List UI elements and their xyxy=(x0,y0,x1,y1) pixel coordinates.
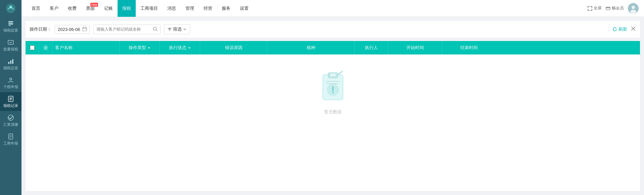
sidebar: 报税设置 批量报税 报税总览 个税申报 xyxy=(0,0,22,195)
svg-point-1 xyxy=(9,6,12,8)
nav-item-accounting[interactable]: 记账 xyxy=(99,0,118,17)
nav-item-home[interactable]: 首页 xyxy=(27,0,45,17)
nav-item-service[interactable]: 服务 xyxy=(217,0,235,17)
sidebar-item-gongshang-nianbao[interactable]: 工商年报 xyxy=(0,130,22,149)
filter-icon xyxy=(168,27,172,31)
svg-line-28 xyxy=(156,30,157,31)
nav-item-message[interactable]: 消息 xyxy=(163,0,181,17)
th-error-reason: 错误原因 xyxy=(200,41,267,54)
table-body: 暂无数据 xyxy=(26,54,640,191)
th-tax-type: 税种 xyxy=(267,41,355,54)
sidebar-item-label-piliang: 批量报税 xyxy=(3,47,18,51)
chevron-down-icon xyxy=(183,28,186,31)
batch-icon xyxy=(7,39,14,46)
svg-point-22 xyxy=(630,10,636,14)
fullscreen-icon xyxy=(588,6,592,11)
topnav-right: 全屏 畅会员 xyxy=(588,3,639,14)
search-input[interactable] xyxy=(94,25,150,33)
sidebar-item-label-zongjia: 报税总览 xyxy=(3,66,18,70)
sidebar-item-baoshui-jilu[interactable]: 报税记录 xyxy=(0,92,22,111)
sidebar-item-label-nianbao: 工商年报 xyxy=(3,141,18,146)
avatar[interactable] xyxy=(628,3,639,14)
svg-point-38 xyxy=(332,92,334,93)
svg-rect-3 xyxy=(8,23,13,25)
nav-item-settings[interactable]: 设置 xyxy=(235,0,253,17)
close-icon xyxy=(631,26,636,31)
th-executor: 执行人 xyxy=(355,41,388,54)
close-button[interactable] xyxy=(631,26,636,33)
overview-icon xyxy=(7,57,14,65)
search-icon xyxy=(153,27,158,31)
svg-rect-7 xyxy=(10,61,11,64)
nav-item-tax[interactable]: 报税 xyxy=(118,0,136,17)
refresh-icon xyxy=(612,27,617,32)
th-start-time: 开始时间 xyxy=(388,41,442,54)
empty-text: 暂无数据 xyxy=(324,109,342,115)
svg-rect-23 xyxy=(83,27,87,31)
personal-tax-icon xyxy=(7,76,14,84)
avatar-image xyxy=(628,3,639,14)
sidebar-item-label-geshui: 个税申报 xyxy=(3,85,18,89)
th-settings[interactable] xyxy=(39,41,52,54)
sidebar-item-baoshui-zongjia[interactable]: 报税总览 xyxy=(0,54,22,73)
sort-icon-operation: ▼ xyxy=(147,46,151,50)
th-checkbox[interactable] xyxy=(26,41,39,54)
nav-item-operation[interactable]: 经营 xyxy=(199,0,217,17)
sidebar-item-label-jilu: 报税记录 xyxy=(3,104,18,108)
logo xyxy=(0,0,22,17)
svg-point-9 xyxy=(10,78,12,80)
refresh-button[interactable]: 刷新 xyxy=(612,26,627,32)
select-all-checkbox[interactable] xyxy=(30,45,35,50)
search-box xyxy=(93,25,161,34)
table-header: 客户名称 操作类型 ▼ 执行状态 ▼ 错误原因 税种 执行人 xyxy=(26,41,640,54)
annual-report-icon xyxy=(7,133,14,140)
vip-button[interactable]: 畅会员 xyxy=(606,5,624,11)
svg-point-21 xyxy=(632,6,635,9)
record-icon xyxy=(7,95,14,103)
empty-state: 暂无数据 xyxy=(26,54,640,128)
nav-item-billing[interactable]: 收费 xyxy=(63,0,81,17)
sidebar-item-huisuan-jiaona[interactable]: 汇算清缴 xyxy=(0,111,22,130)
th-customer-name: 客户名称 xyxy=(52,41,120,54)
svg-point-31 xyxy=(45,47,46,49)
toolbar: 操作日期： 2023-06-06 xyxy=(26,21,640,38)
th-execution-status: 执行状态 ▼ xyxy=(160,41,200,54)
nav-item-management[interactable]: 管理 xyxy=(181,0,199,17)
nav-item-customer[interactable]: 客户 xyxy=(45,0,63,17)
svg-marker-40 xyxy=(341,71,343,73)
settings-icon xyxy=(7,20,14,27)
top-nav: 首页 客户 收费 票据 new 记账 报税 工商项目 消息 管理 经营 xyxy=(22,0,644,17)
th-operation-type: 操作类型 ▼ xyxy=(120,41,160,54)
vip-icon xyxy=(606,6,610,11)
sort-icon-status: ▼ xyxy=(188,46,191,50)
toolbar-right: 刷新 xyxy=(612,26,636,33)
nav-item-invoice[interactable]: 票据 new xyxy=(81,0,99,17)
svg-rect-6 xyxy=(8,62,9,64)
nav-item-industry[interactable]: 工商项目 xyxy=(136,0,163,17)
sidebar-item-label-huisuan: 汇算清缴 xyxy=(3,122,18,127)
date-value: 2023-06-06 xyxy=(58,27,80,32)
svg-line-39 xyxy=(338,72,341,75)
settlement-icon xyxy=(7,114,14,121)
data-table: 客户名称 操作类型 ▼ 执行状态 ▼ 错误原因 税种 执行人 xyxy=(26,41,640,191)
filter-button[interactable]: 筛选 xyxy=(164,24,190,34)
search-button[interactable] xyxy=(150,25,160,34)
new-badge: new xyxy=(90,3,98,7)
date-label: 操作日期： xyxy=(30,26,51,32)
svg-rect-2 xyxy=(8,21,13,23)
svg-rect-4 xyxy=(8,25,11,26)
main-area: 首页 客户 收费 票据 new 记账 报税 工商项目 消息 管理 经营 xyxy=(22,0,644,195)
column-settings-icon xyxy=(43,45,48,50)
calendar-icon xyxy=(82,27,87,32)
empty-illustration xyxy=(316,68,350,105)
sidebar-item-piliang-baoshui[interactable]: 批量报税 xyxy=(0,36,22,54)
sidebar-item-baoshui-shezhi[interactable]: 报税设置 xyxy=(0,17,22,36)
sidebar-item-geshuishenbao[interactable]: 个税申报 xyxy=(0,73,22,92)
svg-rect-8 xyxy=(12,59,13,64)
svg-rect-34 xyxy=(330,74,336,76)
date-picker[interactable]: 2023-06-06 xyxy=(55,25,90,34)
fullscreen-button[interactable]: 全屏 xyxy=(588,5,602,11)
sidebar-item-label-baoshui-shezhi: 报税设置 xyxy=(3,28,18,33)
th-end-time: 结束时间 xyxy=(442,41,496,54)
page-content: 操作日期： 2023-06-06 xyxy=(22,17,644,195)
